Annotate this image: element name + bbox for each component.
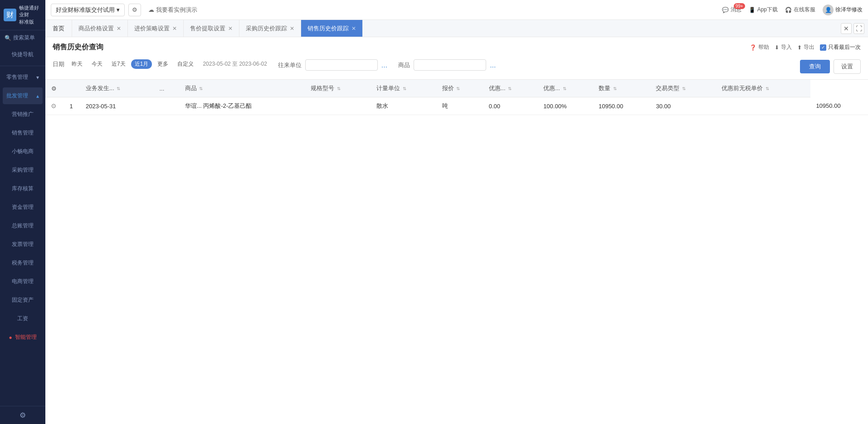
topbar-settings-button[interactable]: ⚙ — [128, 4, 141, 16]
sort-date-icon[interactable]: ⇅ — [117, 86, 120, 91]
sidebar-settings-icon[interactable]: ⚙ — [20, 411, 26, 419]
date-opt-last7[interactable]: 近7天 — [108, 59, 129, 69]
tab-close-sales[interactable]: ✕ — [351, 25, 356, 32]
col-header-date[interactable]: 业务发生... ⇅ — [80, 80, 154, 97]
page-content: 销售历史价查询 ❓ 帮助 ⬇ 导入 ⬆ 导出 ✓ 只看最后一次 — [45, 37, 868, 424]
sidebar-item-salary[interactable]: 工资 — [3, 310, 43, 327]
export-button[interactable]: ⬆ 导出 — [797, 43, 814, 51]
sidebar-item-ledger[interactable]: 总账管理 — [3, 217, 43, 234]
sidebar-item-inventory[interactable]: 库存核算 — [3, 180, 43, 197]
sort-product-icon[interactable]: ⇅ — [199, 86, 203, 91]
user-info[interactable]: 👤 徐泽华修改 — [823, 5, 863, 15]
sidebar-item-ecommerce[interactable]: 电商管理 — [3, 273, 43, 290]
col-header-unit[interactable]: 计量单位 ⇅ — [371, 80, 437, 97]
sort-pretax-icon[interactable]: ⇅ — [766, 86, 769, 91]
sidebar-item-ecommerce-small[interactable]: 小畅电商 — [3, 143, 43, 160]
date-opt-more[interactable]: 更多 — [154, 59, 172, 69]
app-download-btn[interactable]: 📱 App下载 — [749, 6, 778, 14]
tab-strategy[interactable]: 进价策略设置 ✕ — [128, 20, 184, 37]
tab-purchase-track[interactable]: 采购历史价跟踪 ✕ — [239, 20, 301, 37]
close-window-button[interactable]: ✕ — [841, 23, 852, 34]
col-header-seq — [62, 80, 80, 97]
help-button[interactable]: ❓ 帮助 — [750, 43, 769, 51]
tab-close-extract[interactable]: ✕ — [228, 25, 233, 32]
product-input[interactable] — [414, 59, 486, 71]
tab-sales-track[interactable]: 销售历史价跟踪 ✕ — [301, 20, 363, 37]
date-opt-yesterday[interactable]: 昨天 — [68, 59, 86, 69]
sort-discount-amt-icon[interactable]: ⇅ — [563, 86, 566, 91]
date-opt-today[interactable]: 今天 — [88, 59, 106, 69]
table-row[interactable]: ⚙ 1 2023-05-31 华谊... 丙烯酸-2-乙基己酯 散水 — [45, 97, 868, 115]
col-header-discount-amt[interactable]: 优惠... ⇅ — [538, 80, 593, 97]
date-opt-custom[interactable]: 自定义 — [174, 59, 197, 69]
page-header: 销售历史价查询 ❓ 帮助 ⬇ 导入 ⬆ 导出 ✓ 只看最后一次 — [45, 37, 868, 56]
col-header-qty[interactable]: 数量 ⇅ — [593, 80, 651, 97]
sidebar-item-marketing[interactable]: 营销推广 — [3, 106, 43, 123]
version-selector[interactable]: 好业财标准版交付试用 ▾ — [51, 4, 125, 16]
headset-icon: 🎧 — [785, 7, 792, 13]
row-more-cell — [154, 97, 179, 115]
sidebar-item-invoice[interactable]: 发票管理 — [3, 236, 43, 253]
sort-qty-icon[interactable]: ⇅ — [613, 86, 617, 91]
col-header-more[interactable]: ... — [154, 80, 179, 97]
tab-close-strategy[interactable]: ✕ — [172, 25, 177, 32]
sort-discount-pct-icon[interactable]: ⇅ — [508, 86, 512, 91]
date-filter-label: 日期 — [53, 60, 64, 68]
date-options: 昨天 今天 近7天 近1月 更多 自定义 — [68, 59, 197, 69]
sidebar-item-finance[interactable]: 资金管理 — [3, 199, 43, 216]
data-table: ⚙ 业务发生... ⇅ ... 商品 ⇅ — [45, 80, 868, 115]
table-header-row: ⚙ 业务发生... ⇅ ... 商品 ⇅ — [45, 80, 868, 97]
sidebar-item-wholesale[interactable]: 批发管理 ▴ — [3, 87, 43, 104]
sort-trade-type-icon[interactable]: ⇅ — [682, 86, 686, 91]
sidebar-item-tax[interactable]: 税务管理 — [3, 255, 43, 271]
col-header-price[interactable]: 报价 ⇅ — [437, 80, 483, 97]
settings-button[interactable]: 设置 — [834, 59, 861, 74]
table-wrapper: ⚙ 业务发生... ⇅ ... 商品 ⇅ — [45, 80, 868, 115]
tab-close-purchase[interactable]: ✕ — [290, 25, 294, 32]
sidebar-item-quick-nav[interactable]: 快捷导航 — [3, 46, 43, 63]
source-filter-group: 往来单位 ... — [278, 59, 387, 71]
row-discount-pct-cell: 100.00% — [538, 97, 593, 115]
tab-price[interactable]: 商品价格设置 ✕ — [72, 20, 128, 37]
date-range-display: 2023-05-02 至 2023-06-02 — [203, 61, 267, 67]
sidebar-item-retail[interactable]: 零售管理 ▾ — [3, 69, 43, 86]
col-header-pretax-price[interactable]: 优惠前无税单价 ⇅ — [716, 80, 810, 97]
sidebar-item-purchase[interactable]: 采购管理 — [3, 162, 43, 178]
search-menu[interactable]: 🔍 搜索菜单 — [0, 30, 45, 45]
import-button[interactable]: ⬇ 导入 — [775, 43, 792, 51]
expand-window-button[interactable]: ⛶ — [853, 23, 864, 34]
row-product-cell: 华谊... 丙烯酸-2-乙基己酯 — [180, 97, 305, 115]
row-pretax-price-cell: 10950.00 — [810, 97, 868, 115]
sidebar: 财 畅捷通好业财 标准版 🔍 搜索菜单 快捷导航 零售管理 ▾ 批发管理 ▴ 营… — [0, 0, 45, 424]
tabbar: 首页 商品价格设置 ✕ 进价策略设置 ✕ 售价提取设置 ✕ 采购历史价跟踪 ✕ … — [45, 20, 868, 37]
help-icon: ❓ — [750, 44, 756, 51]
source-input[interactable] — [305, 59, 378, 71]
source-more-icon[interactable]: ... — [381, 61, 387, 69]
row-gear-icon[interactable]: ⚙ — [51, 102, 57, 110]
col-header-trade-type[interactable]: 交易类型 ⇅ — [650, 80, 716, 97]
date-opt-last-month[interactable]: 近1月 — [131, 59, 152, 69]
demo-link[interactable]: ☁ 我要看实例演示 — [148, 6, 197, 14]
sidebar-item-fixed-assets[interactable]: 固定资产 — [3, 292, 43, 308]
sidebar-item-smart[interactable]: ● 智能管理 — [3, 329, 43, 346]
tab-close-price[interactable]: ✕ — [117, 25, 121, 32]
user-icon: 👤 — [825, 7, 832, 13]
product-more-icon[interactable]: ... — [490, 61, 496, 69]
online-service-btn[interactable]: 🎧 在线客服 — [785, 6, 815, 14]
search-icon: 🔍 — [5, 35, 11, 41]
col-header-discount-pct[interactable]: 优惠... ⇅ — [483, 80, 538, 97]
chevron-down-icon: ▾ — [117, 6, 120, 13]
col-header-product[interactable]: 商品 ⇅ — [180, 80, 305, 97]
gear-col-icon[interactable]: ⚙ — [51, 85, 57, 92]
col-header-spec[interactable]: 规格型号 ⇅ — [305, 80, 371, 97]
sort-spec-icon[interactable]: ⇅ — [337, 86, 341, 91]
tab-home[interactable]: 首页 — [45, 20, 72, 37]
sort-price-icon[interactable]: ⇅ — [456, 86, 460, 91]
message-badge: 99+ — [734, 3, 745, 9]
only-last-checkbox[interactable]: ✓ 只看最后一次 — [820, 43, 861, 51]
query-button[interactable]: 查询 — [800, 60, 830, 73]
messages-btn[interactable]: 💬 消息 99+ — [722, 6, 741, 14]
sidebar-item-sales[interactable]: 销售管理 — [3, 125, 43, 141]
tab-extract[interactable]: 售价提取设置 ✕ — [184, 20, 239, 37]
sort-unit-icon[interactable]: ⇅ — [403, 86, 406, 91]
